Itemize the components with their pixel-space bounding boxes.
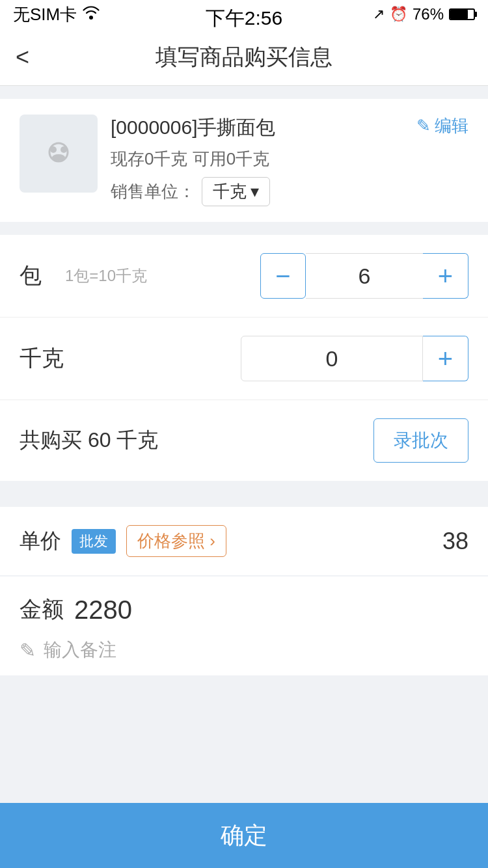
package-input[interactable] — [306, 253, 423, 299]
kg-label: 千克 — [20, 344, 64, 373]
package-row: 包 1包=10千克 − + — [0, 235, 488, 318]
location-icon: ↗ — [373, 6, 385, 23]
plus-icon: + — [438, 262, 453, 291]
status-time: 下午2:56 — [206, 5, 282, 32]
carrier-label: 无SIM卡 — [13, 3, 77, 26]
status-bar: 无SIM卡 下午2:56 ↗ ⏰ 76% — [0, 0, 488, 29]
status-right: ↗ ⏰ 76% — [373, 5, 475, 23]
package-label: 包 — [20, 261, 59, 291]
svg-point-3 — [52, 154, 65, 161]
remark-placeholder: 输入备注 — [44, 638, 116, 662]
edit-label: 编辑 — [435, 115, 468, 137]
quantity-section: 包 1包=10千克 − + 千克 + 共购买 60 千克 录批次 — [0, 235, 488, 481]
unit-value: 千克 — [213, 180, 247, 203]
price-badge: 批发 — [72, 529, 116, 554]
minus-icon: − — [275, 262, 290, 291]
back-button[interactable]: < — [16, 44, 29, 71]
wifi-icon — [82, 5, 100, 23]
package-plus-button[interactable]: + — [423, 253, 468, 299]
kg-plus-button[interactable]: + — [423, 336, 468, 381]
price-value: 38 — [442, 528, 468, 555]
price-label: 单价 — [20, 527, 61, 556]
status-left: 无SIM卡 — [13, 3, 100, 26]
amount-section: 金额 2280 ✎ 输入备注 — [0, 576, 488, 675]
battery-percent: 76% — [413, 5, 444, 23]
page-title: 填写商品购买信息 — [156, 42, 332, 72]
amount-row: 金额 2280 — [20, 595, 468, 625]
edit-button[interactable]: ✎ 编辑 — [416, 115, 468, 137]
chevron-down-icon: ▾ — [251, 182, 259, 202]
total-row: 共购买 60 千克 录批次 — [0, 400, 488, 481]
product-card: [0000006]手撕面包 现存0千克 可用0千克 销售单位： 千克 ▾ ✎ 编… — [0, 99, 488, 222]
kg-row: 千克 + — [0, 318, 488, 400]
kg-plus-icon: + — [438, 344, 453, 373]
price-ref-button[interactable]: 价格参照 › — [126, 525, 226, 557]
nav-bar: < 填写商品购买信息 — [0, 29, 488, 86]
unit-select[interactable]: 千克 ▾ — [202, 177, 270, 206]
price-ref-label: 价格参照 › — [137, 530, 215, 552]
batch-button[interactable]: 录批次 — [373, 418, 468, 463]
unit-label: 销售单位： — [111, 180, 195, 203]
product-unit-row: 销售单位： 千克 ▾ — [111, 177, 468, 206]
package-quantity-control: − + — [260, 253, 468, 299]
product-info: [0000006]手撕面包 现存0千克 可用0千克 销售单位： 千克 ▾ — [111, 115, 468, 206]
remark-row[interactable]: ✎ 输入备注 — [20, 638, 468, 662]
product-image — [20, 115, 98, 193]
remark-icon: ✎ — [20, 639, 36, 662]
price-row: 单价 批发 价格参照 › 38 — [20, 525, 468, 557]
product-stock: 现存0千克 可用0千克 — [111, 148, 468, 170]
kg-quantity-control: + — [64, 336, 468, 381]
section-divider-2 — [0, 481, 488, 494]
amount-value: 2280 — [74, 595, 132, 625]
kg-input[interactable] — [241, 336, 423, 381]
section-divider-1 — [0, 222, 488, 235]
batch-label: 录批次 — [394, 430, 448, 450]
svg-point-2 — [61, 146, 67, 153]
edit-icon: ✎ — [416, 116, 431, 136]
package-hint: 1包=10千克 — [65, 265, 260, 286]
amount-label: 金额 — [20, 595, 64, 625]
svg-point-1 — [50, 146, 57, 153]
product-name: [0000006]手撕面包 — [111, 115, 468, 141]
footer[interactable]: 确定 — [0, 803, 488, 868]
alarm-icon: ⏰ — [390, 6, 407, 23]
price-section: 单价 批发 价格参照 › 38 — [0, 507, 488, 575]
package-minus-button[interactable]: − — [260, 253, 306, 299]
total-text: 共购买 60 千克 — [20, 426, 158, 455]
confirm-button[interactable]: 确定 — [221, 820, 267, 852]
battery-icon — [449, 8, 475, 20]
